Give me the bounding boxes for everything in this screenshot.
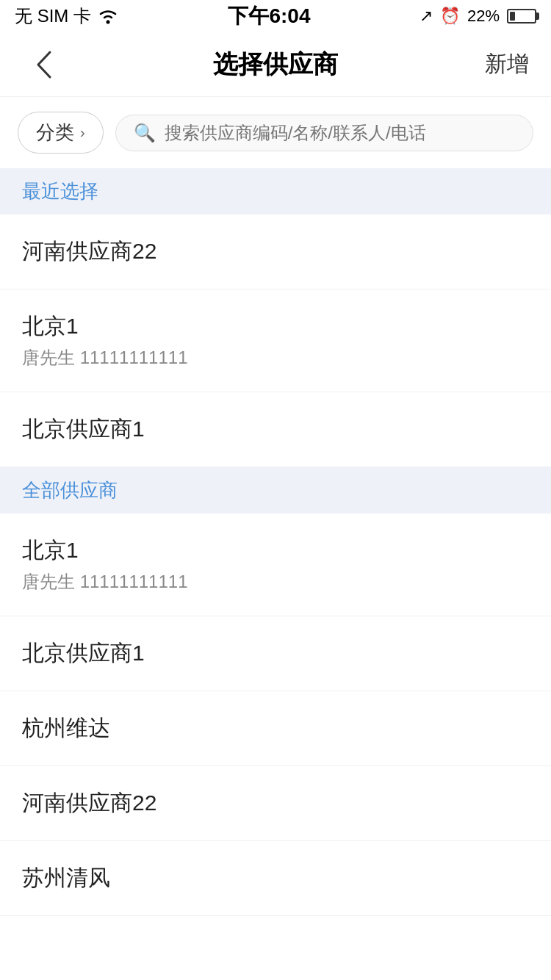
item-name: 北京供应商1	[22, 414, 529, 444]
item-name: 河南供应商22	[22, 237, 529, 267]
nav-bar: 选择供应商 新增	[0, 32, 551, 97]
alarm-icon: ⏰	[440, 7, 460, 26]
item-name: 北京供应商1	[22, 638, 529, 669]
status-left: 无 SIM 卡	[15, 4, 119, 28]
all-items-list: 北京1唐先生 11111111111北京供应商1杭州维达河南供应商22苏州清风	[0, 514, 551, 916]
no-sim-text: 无 SIM 卡	[15, 4, 91, 28]
item-name: 北京1	[22, 536, 529, 566]
item-sub: 唐先生 11111111111	[22, 346, 529, 370]
search-box[interactable]: 🔍	[115, 115, 533, 151]
list-item[interactable]: 北京供应商1	[0, 392, 551, 467]
wifi-icon	[97, 8, 119, 24]
list-item[interactable]: 苏州清风	[0, 841, 551, 916]
list-item[interactable]: 河南供应商22	[0, 766, 551, 841]
recent-section-label: 最近选择	[22, 180, 98, 202]
list-item[interactable]: 北京1唐先生 11111111111	[0, 289, 551, 392]
item-name: 杭州维达	[22, 713, 529, 743]
add-button[interactable]: 新增	[485, 49, 529, 79]
back-button[interactable]	[22, 43, 66, 87]
list-item[interactable]: 河南供应商22	[0, 215, 551, 289]
list-item[interactable]: 北京供应商1	[0, 616, 551, 691]
battery-pct-text: 22%	[467, 7, 500, 26]
status-bar: 无 SIM 卡 下午6:04 ↗ ⏰ 22%	[0, 0, 551, 32]
item-name: 北京1	[22, 311, 529, 342]
chevron-right-icon: ›	[80, 124, 85, 141]
search-input[interactable]	[165, 123, 515, 143]
battery-fill	[510, 12, 515, 21]
item-name: 河南供应商22	[22, 788, 529, 818]
location-icon: ↗	[419, 7, 433, 26]
battery-icon	[507, 9, 536, 24]
all-section-label: 全部供应商	[22, 479, 118, 501]
status-right: ↗ ⏰ 22%	[419, 7, 536, 26]
category-label: 分类	[36, 120, 74, 145]
all-section-header: 全部供应商	[0, 467, 551, 514]
list-item[interactable]: 杭州维达	[0, 691, 551, 766]
status-time: 下午6:04	[228, 2, 310, 30]
page-title: 选择供应商	[213, 48, 338, 82]
item-sub: 唐先生 11111111111	[22, 570, 529, 594]
svg-point-0	[107, 21, 110, 24]
item-name: 苏州清风	[22, 863, 529, 893]
recent-section-header: 最近选择	[0, 168, 551, 215]
recent-items-list: 河南供应商22北京1唐先生 11111111111北京供应商1	[0, 215, 551, 467]
filter-bar: 分类 › 🔍	[0, 97, 551, 168]
search-icon: 🔍	[134, 123, 156, 143]
category-button[interactable]: 分类 ›	[18, 112, 104, 154]
back-icon	[35, 49, 53, 80]
list-item[interactable]: 北京1唐先生 11111111111	[0, 514, 551, 616]
